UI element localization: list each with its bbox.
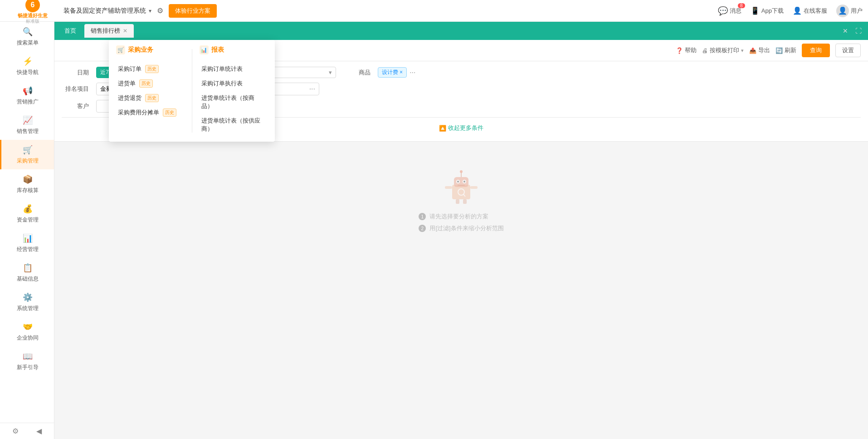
industry-btn[interactable]: 体验行业方案 bbox=[169, 4, 217, 18]
refresh-btn[interactable]: 🔄 刷新 bbox=[775, 46, 796, 54]
fullscreen-btn[interactable]: ⛶ bbox=[853, 26, 864, 35]
purchase-expense-label: 采购费用分摊单 bbox=[118, 109, 159, 117]
svg-rect-10 bbox=[463, 199, 467, 204]
header-settings-icon[interactable]: ⚙ bbox=[157, 6, 163, 15]
main-layout: 🔍 搜索菜单 ⚡ 快捷导航 📢 营销推广 📈 销售管理 🛒 采购管理 📦 库存核… bbox=[0, 22, 868, 439]
rank-item-label: 排名项目 bbox=[62, 85, 89, 93]
sidebar-item-enterprise[interactable]: 🤝 企业协同 bbox=[0, 317, 54, 346]
logo-area: 6 畅捷通好生意 标准版 bbox=[5, 0, 60, 24]
app-download-item[interactable]: 📱 App下载 bbox=[751, 6, 784, 15]
print-dropdown-icon[interactable]: ▾ bbox=[741, 48, 744, 54]
sidebar-item-search-label: 搜索菜单 bbox=[17, 39, 39, 47]
dropdown-item-goods-return[interactable]: 进货退货 历史 bbox=[116, 91, 185, 105]
goods-more-btn[interactable]: ··· bbox=[410, 69, 415, 77]
tab-sales-rank-label: 销售排行榜 bbox=[91, 27, 120, 35]
inventory-icon: 📦 bbox=[22, 174, 33, 185]
sidebar-item-basic-info-label: 基础信息 bbox=[17, 275, 39, 283]
dropdown-item-goods-in-stats-goods[interactable]: 进货单统计表（按商品） bbox=[200, 91, 268, 113]
sidebar-item-guide[interactable]: 📖 新手引导 bbox=[0, 346, 54, 376]
online-service-label: 在线客服 bbox=[804, 7, 827, 15]
close-window-btn[interactable]: ✕ bbox=[840, 26, 851, 35]
notification-item[interactable]: 💬 消息 8 bbox=[718, 6, 741, 16]
sidebar-item-operations[interactable]: 📊 经营管理 bbox=[0, 228, 54, 258]
dropdown-item-purchase-order[interactable]: 采购订单 历史 bbox=[116, 62, 185, 76]
dropdown-col-purchase: 🛒 采购业务 采购订单 历史 进货单 历史 进货退货 历史 bbox=[109, 45, 192, 136]
settings-btn[interactable]: 设置 bbox=[835, 44, 861, 57]
dropdown-cols: 🛒 采购业务 采购订单 历史 进货单 历史 进货退货 历史 bbox=[109, 45, 275, 136]
dropdown-item-purchase-expense[interactable]: 采购费用分摊单 历史 bbox=[116, 105, 185, 120]
reports-col-icon: 📊 bbox=[200, 45, 209, 54]
sidebar-item-quick-nav[interactable]: ⚡ 快捷导航 bbox=[0, 51, 54, 81]
sidebar-item-basic-info[interactable]: 📋 基础信息 bbox=[0, 258, 54, 287]
goods-filter-area: 设计费 × ··· bbox=[378, 67, 416, 78]
tab-sales-rank[interactable]: 销售排行榜 ✕ bbox=[84, 24, 134, 38]
user-item[interactable]: 👤 用户 bbox=[836, 5, 863, 17]
goods-in-stats-goods-label: 进货单统计表（按商品） bbox=[201, 94, 266, 110]
salesperson-more[interactable]: ··· bbox=[309, 85, 315, 93]
dropdown-col-reports-title: 📊 报表 bbox=[200, 45, 268, 57]
sidebar-item-finance-label: 资金管理 bbox=[17, 216, 39, 224]
purchase-order-stats-label: 采购订单统计表 bbox=[201, 65, 243, 73]
dropdown-item-purchase-order-stats[interactable]: 采购订单统计表 bbox=[200, 62, 268, 76]
export-btn[interactable]: 📤 导出 bbox=[749, 46, 770, 54]
sidebar-item-marketing[interactable]: 📢 营销推广 bbox=[0, 81, 54, 110]
system-dropdown-btn[interactable]: ▾ bbox=[149, 8, 151, 14]
refresh-label: 刷新 bbox=[785, 46, 796, 54]
sidebar-settings-btn[interactable]: ⚙ bbox=[12, 427, 19, 435]
export-icon: 📤 bbox=[749, 47, 756, 54]
goods-return-history-badge: 历史 bbox=[145, 94, 159, 102]
purchase-order-label: 采购订单 bbox=[118, 65, 141, 73]
sidebar-bottom: ⚙ ◀ bbox=[0, 423, 54, 439]
reports-col-title-label: 报表 bbox=[211, 46, 224, 54]
sidebar-item-finance[interactable]: 💰 资金管理 bbox=[0, 199, 54, 228]
app-download-label: App下载 bbox=[761, 7, 784, 15]
search-icon: 🔍 bbox=[22, 26, 33, 37]
hint-1-icon: 1 bbox=[419, 213, 426, 220]
collapse-label: 收起更多条件 bbox=[448, 124, 483, 132]
system-icon: ⚙️ bbox=[22, 292, 33, 303]
sales-icon: 📈 bbox=[22, 115, 33, 126]
dropdown-col-purchase-title: 🛒 采购业务 bbox=[116, 45, 185, 57]
sidebar-item-search[interactable]: 🔍 搜索菜单 bbox=[0, 22, 54, 51]
sidebar-item-inventory[interactable]: 📦 库存核算 bbox=[0, 169, 54, 199]
sidebar-item-marketing-label: 营销推广 bbox=[17, 98, 39, 106]
refresh-icon: 🔄 bbox=[775, 47, 783, 54]
goods-tag-label: 设计费 × bbox=[382, 69, 403, 76]
sidebar-item-system[interactable]: ⚙️ 系统管理 bbox=[0, 287, 54, 317]
help-btn[interactable]: ❓ 帮助 bbox=[676, 46, 697, 54]
hint-2-icon: 2 bbox=[419, 225, 426, 232]
purchase-col-title-label: 采购业务 bbox=[128, 46, 153, 54]
sidebar-item-quick-nav-label: 快捷导航 bbox=[17, 69, 39, 76]
tab-home[interactable]: 首页 bbox=[58, 24, 83, 38]
hint-1-text: 请先选择要分析的方案 bbox=[429, 212, 488, 221]
collapse-up-icon: 🔼 bbox=[439, 125, 446, 132]
dropdown-item-goods-in[interactable]: 进货单 历史 bbox=[116, 76, 185, 91]
svg-point-5 bbox=[463, 181, 465, 183]
export-label: 导出 bbox=[758, 46, 770, 54]
purchase-expense-history-badge: 历史 bbox=[163, 109, 176, 117]
goods-tag-design[interactable]: 设计费 × bbox=[378, 67, 407, 78]
operations-icon: 📊 bbox=[22, 233, 33, 244]
dropdown-item-goods-in-stats-supplier[interactable]: 进货单统计表（按供应商） bbox=[200, 113, 268, 136]
sidebar-item-purchase[interactable]: 🛒 采购管理 bbox=[0, 140, 54, 169]
help-icon: ❓ bbox=[676, 47, 683, 54]
sidebar-item-system-label: 系统管理 bbox=[17, 305, 39, 312]
sidebar-item-inventory-label: 库存核算 bbox=[17, 187, 39, 194]
bill-status-dropdown-icon: ▾ bbox=[329, 69, 332, 76]
sidebar-collapse-btn[interactable]: ◀ bbox=[36, 427, 42, 435]
print-btn[interactable]: 🖨 按模板打印 ▾ bbox=[702, 46, 744, 54]
empty-illustration bbox=[439, 169, 484, 205]
tab-close-btn[interactable]: ✕ bbox=[123, 28, 127, 34]
print-label: 按模板打印 bbox=[710, 46, 739, 54]
online-service-item[interactable]: 👤 在线客服 bbox=[793, 6, 827, 15]
svg-rect-9 bbox=[456, 199, 459, 204]
sidebar: 🔍 搜索菜单 ⚡ 快捷导航 📢 营销推广 📈 销售管理 🛒 采购管理 📦 库存核… bbox=[0, 22, 54, 439]
query-btn[interactable]: 查询 bbox=[802, 44, 830, 57]
purchase-icon: 🛒 bbox=[22, 144, 33, 155]
dropdown-menu: 🛒 采购业务 采购订单 历史 进货单 历史 进货退货 历史 bbox=[109, 40, 275, 142]
sidebar-item-sales[interactable]: 📈 销售管理 bbox=[0, 110, 54, 140]
content-area: 首页 销售排行榜 ✕ ✕ ⛶ ❓ 帮助 🖨 按模板打印 bbox=[54, 22, 868, 439]
svg-point-4 bbox=[457, 181, 459, 183]
dropdown-item-purchase-order-exec[interactable]: 采购订单执行表 bbox=[200, 76, 268, 91]
print-icon: 🖨 bbox=[702, 47, 708, 54]
